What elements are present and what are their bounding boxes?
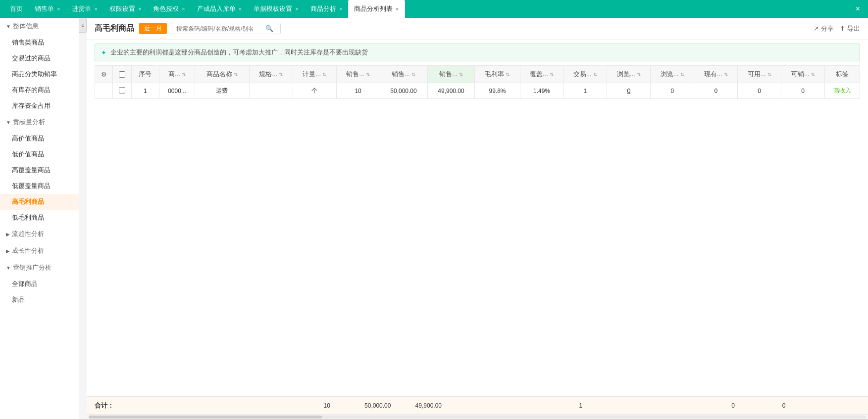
cell-browse1[interactable]: 0 [607, 83, 651, 99]
col-current-stock[interactable]: 现有...⇅ [694, 66, 738, 83]
sort-margin-icon: ⇅ [506, 72, 510, 77]
alert-icon: ✦ [101, 49, 106, 56]
col-available[interactable]: 可用...⇅ [738, 66, 781, 83]
page-title: 高毛利商品 [95, 23, 134, 34]
arrow-flow-icon: ▶ [6, 232, 10, 237]
nav-roles[interactable]: 角色授权 × [147, 0, 191, 18]
sidebar-item-in-stock[interactable]: 有库存的商品 [0, 82, 79, 98]
nav-template-settings[interactable]: 单据模板设置 × [248, 0, 304, 18]
cell-current-stock: 0 [694, 83, 738, 99]
cell-sales-profit: 49,900.00 [427, 83, 475, 99]
sidebar-section-overall[interactable]: ▼ 整体信息 [0, 18, 79, 35]
sidebar-section-flow[interactable]: ▶ 流趋性分析 [0, 226, 79, 242]
col-settings[interactable]: ⚙ [95, 66, 113, 83]
sidebar-item-category-rate[interactable]: 商品分类助销率 [0, 66, 79, 82]
footer-trade: 1 [556, 402, 607, 409]
sidebar-item-traded-goods[interactable]: 交易过的商品 [0, 50, 79, 66]
bottom-scrollbar[interactable] [87, 414, 868, 419]
col-index: 序号 [131, 66, 159, 83]
cell-sellable: 0 [781, 83, 825, 99]
footer-current-stock: 0 [708, 402, 759, 409]
col-sellable[interactable]: 可销...⇅ [781, 66, 825, 83]
sidebar-section-contribution[interactable]: ▼ 贡献量分析 [0, 114, 79, 131]
content-area: 高毛利商品 近一月 🔍 ↗ 分享 ⬆ 导出 ✦ 企业的主要的利润都是这部分商品创… [87, 18, 868, 419]
scrollbar-track[interactable] [89, 416, 866, 419]
close-permissions[interactable]: × [138, 6, 141, 12]
close-all-tabs[interactable]: × [852, 4, 864, 13]
sidebar-item-low-value[interactable]: 低价值商品 [0, 146, 79, 162]
col-spec[interactable]: 规格...⇅ [249, 66, 293, 83]
sidebar-collapse-btn[interactable]: « [79, 18, 87, 33]
content-header: 高毛利商品 近一月 🔍 ↗ 分享 ⬆ 导出 [87, 18, 868, 40]
nav-product-analysis[interactable]: 商品分析 × [305, 0, 348, 18]
cell-checkbox[interactable] [113, 83, 132, 99]
sidebar-item-low-margin[interactable]: 低毛利商品 [0, 210, 79, 226]
nav-product-inbound[interactable]: 产成品入库单 × [191, 0, 248, 18]
arrow-marketing-icon: ▼ [6, 265, 11, 271]
footer-spacer1 [124, 402, 302, 409]
sidebar-item-low-coverage[interactable]: 低覆盖量商品 [0, 178, 79, 194]
search-icon[interactable]: 🔍 [265, 25, 273, 32]
close-product-inbound[interactable]: × [239, 6, 242, 12]
sidebar-item-sales-goods[interactable]: 销售类商品 [0, 35, 79, 50]
sort-amount-icon: ⇅ [411, 72, 415, 77]
sidebar-section-growth[interactable]: ▶ 成长性分析 [0, 242, 79, 259]
cell-name: 运费 [195, 83, 249, 99]
top-nav: 首页 销售单 × 进货单 × 权限设置 × 角色授权 × 产成品入库单 × 单据… [0, 0, 868, 18]
col-gross-margin[interactable]: 毛利率⇅ [475, 66, 520, 83]
share-btn[interactable]: ↗ 分享 [814, 24, 834, 33]
cell-unit: 个 [293, 83, 336, 99]
export-btn[interactable]: ⬆ 导出 [840, 24, 860, 33]
nav-purchase-order[interactable]: 进货单 × [66, 0, 103, 18]
row-checkbox[interactable] [119, 87, 125, 93]
col-trade[interactable]: 交易...⇅ [563, 66, 607, 83]
sort-browse1-icon: ⇅ [637, 72, 641, 77]
sort-sellable-icon: ⇅ [811, 72, 815, 77]
col-unit[interactable]: 计量...⇅ [293, 66, 336, 83]
cell-browse2: 0 [651, 83, 694, 99]
nav-permissions[interactable]: 权限设置 × [103, 0, 147, 18]
nav-home[interactable]: 首页 [4, 0, 29, 18]
cell-spec [249, 83, 293, 99]
close-product-analysis-list[interactable]: × [396, 6, 399, 12]
col-code[interactable]: 商...⇅ [159, 66, 195, 83]
sidebar-section-marketing[interactable]: ▼ 营销推广分析 [0, 259, 79, 276]
sidebar-item-high-coverage[interactable]: 高覆盖量商品 [0, 162, 79, 178]
col-sales-amount[interactable]: 销售...⇅ [380, 66, 427, 83]
close-purchase-order[interactable]: × [94, 6, 97, 12]
col-sales-profit[interactable]: 销售...⇅ [427, 66, 475, 83]
sidebar-item-stock-capital[interactable]: 库存资金占用 [0, 98, 79, 114]
col-coverage[interactable]: 覆盖...⇅ [520, 66, 563, 83]
scrollbar-thumb[interactable] [89, 416, 322, 419]
select-all-checkbox[interactable] [119, 71, 125, 78]
sort-unit-icon: ⇅ [322, 72, 326, 77]
sidebar-item-all-goods[interactable]: 全部商品 [0, 276, 79, 292]
sidebar: ▼ 整体信息 销售类商品 交易过的商品 商品分类助销率 有库存的商品 库存资金占… [0, 18, 79, 419]
col-browse1[interactable]: 浏览...⇅ [607, 66, 651, 83]
sort-available-icon: ⇅ [767, 72, 771, 77]
close-product-analysis[interactable]: × [339, 6, 342, 12]
data-table: ⚙ 序号 商...⇅ 商品名称⇅ 规格...⇅ 计量...⇅ 销售...⇅ 销售… [95, 65, 860, 99]
nav-product-analysis-list[interactable]: 商品分析列表 × [348, 0, 405, 18]
share-icon: ↗ [814, 25, 819, 32]
close-roles[interactable]: × [182, 6, 185, 12]
footer-sales-qty: 10 [302, 402, 353, 409]
sort-qty-icon: ⇅ [366, 72, 370, 77]
cell-trade: 1 [563, 83, 607, 99]
col-sales-qty[interactable]: 销售...⇅ [336, 66, 380, 83]
close-template-settings[interactable]: × [295, 6, 298, 12]
search-input[interactable] [176, 25, 265, 32]
arrow-overall-icon: ▼ [6, 24, 11, 29]
footer-sales-amount: 50,000.00 [352, 402, 403, 409]
table-container[interactable]: ⚙ 序号 商...⇅ 商品名称⇅ 规格...⇅ 计量...⇅ 销售...⇅ 销售… [95, 65, 860, 396]
sidebar-item-high-value[interactable]: 高价值商品 [0, 131, 79, 146]
cell-sales-amount: 50,000.00 [380, 83, 427, 99]
nav-sales-order[interactable]: 销售单 × [29, 0, 66, 18]
sidebar-item-new-goods[interactable]: 新品 [0, 292, 79, 308]
col-browse2[interactable]: 浏览...⇅ [651, 66, 694, 83]
sidebar-item-high-margin[interactable]: 高毛利商品 [0, 194, 79, 210]
search-box: 🔍 [172, 23, 281, 34]
close-sales-order[interactable]: × [57, 6, 60, 12]
time-filter-btn[interactable]: 近一月 [139, 23, 167, 34]
col-name[interactable]: 商品名称⇅ [195, 66, 249, 83]
